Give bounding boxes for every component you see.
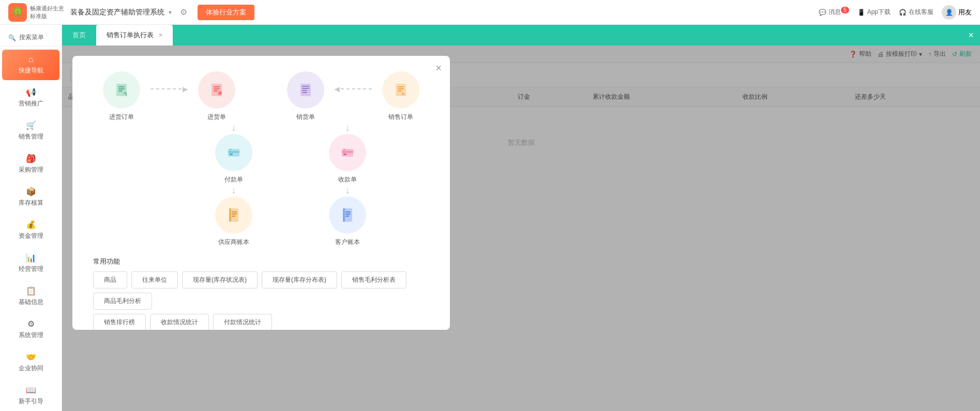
svg-rect-17 — [398, 90, 402, 92]
flow-row-2: ¥ 付款单 — [93, 134, 429, 184]
flow-node-sales-bill: 销货单 — [277, 71, 334, 121]
svg-rect-12 — [302, 90, 307, 91]
sidebar-item-label: 新手引导 — [19, 397, 43, 406]
func-btn-collection-stat[interactable]: 收款情况统计 — [150, 314, 209, 330]
spacer-mid-2 — [270, 184, 311, 196]
func-btn-row-1: 商品 往来单位 现存量(库存状况表) 现存量(库存分布表) 销售毛利分析表 商品… — [93, 271, 429, 310]
tab-close-icon[interactable]: × — [159, 32, 162, 39]
user-name: 用友 — [958, 8, 972, 17]
tab-home[interactable]: 首页 — [62, 25, 96, 45]
sidebar-item-finance[interactable]: 💰 资金管理 — [2, 215, 59, 246]
flow-row-1: 进货订单 ▶ — [93, 71, 429, 121]
purchase-bill-icon — [198, 71, 235, 109]
search-menu[interactable]: 🔍 搜索菜单 — [0, 29, 62, 47]
sidebar-item-new-guide[interactable]: 📖 新手引导 — [2, 380, 59, 411]
purchase-icon: 🎒 — [26, 154, 36, 163]
svg-rect-3 — [118, 90, 123, 92]
logo-icon: 🍀 — [8, 3, 27, 22]
top-header: 🍀 畅康通好生意 标准版 装备及固定资产辅助管理系统 ▾ ⚙ 体验行业方案 💬 … — [0, 0, 980, 25]
svg-rect-7 — [214, 90, 218, 92]
svg-rect-35 — [345, 216, 349, 217]
flow-node-customer-ledger: 客户账本 — [311, 196, 384, 247]
flow-arrows-row-2: ↓ ↓ — [93, 184, 429, 196]
common-functions: 常用功能 商品 往来单位 现存量(库存状况表) 现存量(库存分布表) 销售毛利分… — [93, 257, 429, 330]
receipt-label: 收款单 — [338, 175, 357, 184]
func-btn-sales-rank[interactable]: 销售排行榜 — [93, 314, 146, 330]
basic-info-icon: 📋 — [26, 286, 36, 296]
flow-node-supplier-ledger: 供应商账本 — [198, 196, 270, 247]
settings-icon[interactable]: ⚙ — [180, 7, 187, 17]
arrow-head-right: ▶ — [183, 85, 188, 93]
sidebar-item-label: 基础信息 — [19, 298, 43, 307]
supplier-ledger-label: 供应商账本 — [218, 238, 249, 247]
message-icon: 💬 — [819, 9, 826, 16]
system-icon: ⚙ — [27, 319, 35, 329]
svg-rect-6 — [214, 88, 220, 89]
func-btn-sales-margin[interactable]: 销售毛利分析表 — [341, 271, 406, 288]
supplier-ledger-icon — [215, 196, 252, 234]
sales-order-icon — [382, 71, 419, 109]
sidebar-item-operations[interactable]: 📊 经营管理 — [2, 248, 59, 279]
flow-node-payment: ¥ 付款单 — [198, 134, 270, 184]
svg-rect-29 — [232, 214, 237, 215]
close-all-tabs-icon[interactable]: × — [962, 30, 980, 41]
spacer-mid — [270, 121, 311, 134]
user-section[interactable]: 👤 用友 — [942, 5, 972, 20]
customer-ledger-icon — [329, 196, 366, 234]
down-arrow-payment: ↓ — [198, 184, 270, 196]
flow-node-purchase-bill: 进货单 — [188, 71, 245, 121]
guide-close-button[interactable]: × — [435, 62, 442, 74]
func-btn-partner[interactable]: 往来单位 — [131, 271, 178, 288]
system-title: 装备及固定资产辅助管理系统 ▾ ⚙ 体验行业方案 — [70, 5, 819, 20]
func-btn-row-2: 销售排行榜 收款情况统计 付款情况统计 — [93, 314, 429, 330]
svg-rect-19 — [228, 151, 239, 153]
online-service-action[interactable]: 🎧 在线客服 — [899, 8, 933, 17]
spacer-arrow — [165, 121, 198, 134]
func-btn-stock-status[interactable]: 现存量(库存状况表) — [182, 271, 258, 288]
receipt-icon: ¥ — [329, 134, 366, 171]
payment-icon: ¥ — [215, 134, 252, 171]
purchase-order-icon — [103, 71, 140, 109]
purchase-order-label: 进货订单 — [109, 113, 134, 121]
svg-rect-30 — [232, 216, 235, 217]
online-service-label: 在线客服 — [909, 8, 933, 17]
app-download-action[interactable]: 📱 App下载 — [857, 8, 891, 17]
func-btn-payment-stat[interactable]: 付款情况统计 — [213, 314, 272, 330]
svg-rect-28 — [232, 211, 237, 212]
arrow-down-payment: ↓ — [232, 184, 236, 196]
quick-nav-icon: ⌂ — [28, 55, 34, 64]
system-dropdown-icon[interactable]: ▾ — [169, 9, 172, 16]
sidebar-item-inventory[interactable]: 📦 库存核算 — [2, 181, 59, 212]
arrow-down-sales: ↓ — [345, 121, 350, 134]
arrow-sales-order-to-bill: ▶ — [334, 85, 373, 109]
trial-button[interactable]: 体验行业方案 — [198, 5, 254, 20]
sidebar-item-label: 经营管理 — [19, 265, 43, 273]
svg-rect-23 — [342, 151, 353, 153]
message-action[interactable]: 💬 消息 5 — [819, 8, 849, 17]
flow-node-purchase-order: 进货订单 — [93, 71, 149, 121]
svg-rect-24 — [343, 154, 346, 155]
flow-diagram: 进货订单 ▶ — [93, 71, 429, 247]
sidebar-item-basic-info[interactable]: 📋 基础信息 — [2, 281, 59, 312]
tab-sales-order[interactable]: 销售订单执行表 × — [96, 25, 173, 45]
svg-rect-33 — [345, 211, 351, 212]
sidebar-item-marketing[interactable]: 📢 营销推广 — [2, 82, 59, 113]
sidebar-item-cooperation[interactable]: 🤝 企业协同 — [2, 347, 59, 378]
sidebar: 🔍 搜索菜单 ⌂ 快捷导航 📢 营销推广 🛒 销售管理 🎒 采购管理 📦 库存核… — [0, 25, 62, 411]
sidebar-item-label: 快捷导航 — [19, 66, 43, 75]
cooperation-icon: 🤝 — [26, 352, 36, 362]
func-btn-stock-dist[interactable]: 现存量(库存分布表) — [262, 271, 337, 288]
logo-area: 🍀 畅康通好生意 标准版 — [8, 3, 70, 22]
sidebar-item-system[interactable]: ⚙ 系统管理 — [2, 314, 59, 345]
sidebar-item-purchase[interactable]: 🎒 采购管理 — [2, 148, 59, 179]
arrow-purchase-order-to-bill: ▶ — [149, 85, 188, 109]
sidebar-item-sales[interactable]: 🛒 销售管理 — [2, 115, 59, 146]
func-btn-product-margin[interactable]: 商品毛利分析 — [93, 293, 152, 310]
inventory-icon: 📦 — [26, 187, 36, 196]
sidebar-item-quick-nav[interactable]: ⌂ 快捷导航 — [2, 50, 59, 80]
arrow-down-purchase: ↓ — [232, 121, 236, 134]
flow-node-receipt: ¥ 收款单 — [311, 134, 384, 184]
func-btn-product[interactable]: 商品 — [93, 271, 127, 288]
search-icon: 🔍 — [8, 34, 16, 41]
user-avatar: 👤 — [942, 5, 956, 20]
